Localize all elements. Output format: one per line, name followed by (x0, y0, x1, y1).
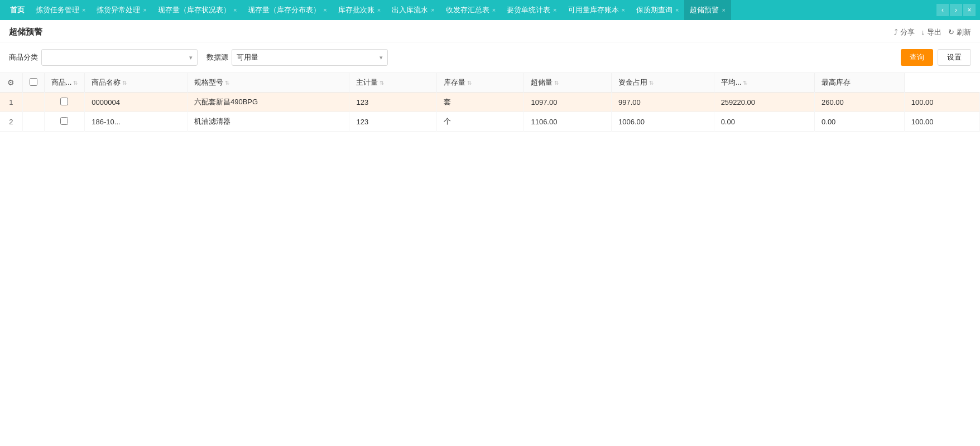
sort-unit-icon: ⇅ (379, 80, 384, 86)
nav-stock-status[interactable]: 现存量（库存状况表） × (152, 0, 242, 20)
row-checkbox-0[interactable] (44, 93, 85, 112)
nav-expiry[interactable]: 保质期查询 × (631, 0, 684, 20)
row-avg-1: 0.00 (815, 112, 905, 132)
filter-actions: 查询 设置 (901, 49, 971, 66)
table-header-row: ⚙ 商品... ⇅ 商品名称 ⇅ (0, 73, 980, 93)
filter-bar: 商品分类 ▾ 数据源 可用量 ▾ 查询 设置 (0, 42, 980, 73)
nav-batch-account[interactable]: 库存批次账 × (333, 0, 386, 20)
sort-capital-icon: ⇅ (649, 80, 654, 86)
page-title: 超储预警 (9, 27, 42, 37)
th-overstock[interactable]: 超储量 ⇅ (524, 73, 612, 93)
category-label: 商品分类 (9, 52, 38, 62)
sort-avg-icon: ⇅ (743, 80, 747, 86)
nav-summary[interactable]: 收发存汇总表 × (440, 0, 501, 20)
row-max-stock-0: 100.00 (904, 93, 979, 112)
row-overstock-1: 1006.00 (611, 112, 714, 132)
nav-overstock[interactable]: 超储预警 × (684, 0, 731, 20)
nav-task-mgmt[interactable]: 拣货任务管理 × (30, 0, 91, 20)
share-icon: ⤴ (894, 28, 898, 36)
row-avg-0: 260.00 (815, 93, 905, 112)
row-settings-1 (22, 112, 44, 132)
settings-gear-icon[interactable]: ⚙ (7, 78, 15, 87)
row-select-0[interactable] (60, 98, 68, 105)
query-button[interactable]: 查询 (901, 49, 933, 66)
close-order-stats[interactable]: × (553, 7, 556, 13)
row-unit-1: 个 (436, 112, 524, 132)
datasource-chevron-icon: ▾ (379, 54, 383, 61)
row-select-1[interactable] (60, 117, 68, 125)
row-max-stock-1: 100.00 (904, 112, 979, 132)
row-unit-0: 套 (436, 93, 524, 112)
nav-arrows: ‹ › × (936, 4, 976, 16)
datasource-filter: 数据源 可用量 ▾ (206, 49, 388, 66)
header-actions: ⤴ 分享 ↓ 导出 ↻ 刷新 (894, 27, 972, 37)
close-stock-dist[interactable]: × (323, 7, 326, 13)
row-stock-1: 1106.00 (524, 112, 612, 132)
settings-button[interactable]: 设置 (938, 49, 971, 66)
nav-inout-flow[interactable]: 出入库流水 × (386, 0, 440, 20)
th-product-code[interactable]: 商品... ⇅ (44, 73, 85, 93)
row-index-0: 1 (0, 93, 22, 112)
refresh-icon: ↻ (948, 28, 954, 36)
datasource-value: 可用量 (237, 52, 258, 62)
nav-exception[interactable]: 拣货异常处理 × (91, 0, 152, 20)
th-stock[interactable]: 库存量 ⇅ (436, 73, 524, 93)
row-product-code-0: 0000004 (85, 93, 188, 112)
row-capital-1: 0.00 (714, 112, 814, 132)
table-row: 1 0000004 六配套新昌490BPG 123 套 1097.00 997.… (0, 93, 980, 112)
nav-order-stats[interactable]: 要货单统计表 × (501, 0, 562, 20)
select-all-checkbox[interactable] (30, 78, 37, 86)
close-exception[interactable]: × (143, 7, 146, 13)
nav-stock-dist[interactable]: 现存量（库存分布表） × (242, 0, 332, 20)
close-batch-account[interactable]: × (377, 7, 381, 13)
row-capital-0: 259220.00 (714, 93, 814, 112)
export-icon: ↓ (921, 28, 925, 36)
page-content: 超储预警 ⤴ 分享 ↓ 导出 ↻ 刷新 商品分类 ▾ 数据源 (0, 20, 980, 446)
table-row: 2 186-10... 机油滤清器 123 个 1106.00 1006.00 … (0, 112, 980, 132)
th-product-name[interactable]: 商品名称 ⇅ (85, 73, 188, 93)
table-container: ⚙ 商品... ⇅ 商品名称 ⇅ (0, 73, 980, 132)
th-settings[interactable]: ⚙ (0, 73, 22, 93)
close-stock-status[interactable]: × (233, 7, 237, 13)
close-inout-flow[interactable]: × (431, 7, 434, 13)
close-available-stock[interactable]: × (622, 7, 625, 13)
close-expiry[interactable]: × (675, 7, 679, 13)
datasource-select[interactable]: 可用量 ▾ (232, 49, 388, 66)
share-button[interactable]: ⤴ 分享 (894, 27, 915, 37)
nav-available-stock[interactable]: 可用量库存账本 × (563, 0, 631, 20)
nav-next-button[interactable]: › (950, 4, 962, 16)
close-task-mgmt[interactable]: × (82, 7, 85, 13)
row-product-name-1: 机油滤清器 (188, 112, 349, 132)
refresh-button[interactable]: ↻ 刷新 (948, 27, 971, 37)
page-header: 超储预警 ⤴ 分享 ↓ 导出 ↻ 刷新 (0, 20, 980, 42)
th-unit[interactable]: 主计量 ⇅ (349, 73, 437, 93)
sort-overstock-icon: ⇅ (554, 80, 559, 86)
th-checkbox (22, 73, 44, 93)
row-spec-1: 123 (349, 112, 437, 132)
row-checkbox-1[interactable] (44, 112, 85, 132)
category-filter: 商品分类 ▾ (9, 49, 198, 66)
nav-close-button[interactable]: × (963, 4, 976, 16)
sort-product-name-icon: ⇅ (122, 80, 127, 86)
th-avg[interactable]: 平均... ⇅ (714, 73, 814, 93)
row-product-name-0: 六配套新昌490BPG (188, 93, 349, 112)
datasource-label: 数据源 (206, 52, 228, 62)
nav-home[interactable]: 首页 (4, 0, 30, 20)
category-select[interactable]: ▾ (41, 49, 198, 66)
th-spec[interactable]: 规格型号 ⇅ (188, 73, 349, 93)
category-chevron-icon: ▾ (189, 54, 193, 61)
row-product-code-1: 186-10... (85, 112, 188, 132)
export-button[interactable]: ↓ 导出 (921, 27, 942, 37)
sort-stock-icon: ⇅ (467, 80, 472, 86)
close-summary[interactable]: × (492, 7, 496, 13)
row-stock-0: 1097.00 (524, 93, 612, 112)
row-spec-0: 123 (349, 93, 437, 112)
table-body: 1 0000004 六配套新昌490BPG 123 套 1097.00 997.… (0, 93, 980, 132)
sort-spec-icon: ⇅ (225, 80, 229, 86)
data-table: ⚙ 商品... ⇅ 商品名称 ⇅ (0, 73, 980, 132)
th-capital[interactable]: 资金占用 ⇅ (611, 73, 714, 93)
close-overstock[interactable]: × (722, 7, 725, 13)
row-overstock-0: 997.00 (611, 93, 714, 112)
th-max-stock[interactable]: 最高库存 (815, 73, 905, 93)
nav-prev-button[interactable]: ‹ (936, 4, 949, 16)
